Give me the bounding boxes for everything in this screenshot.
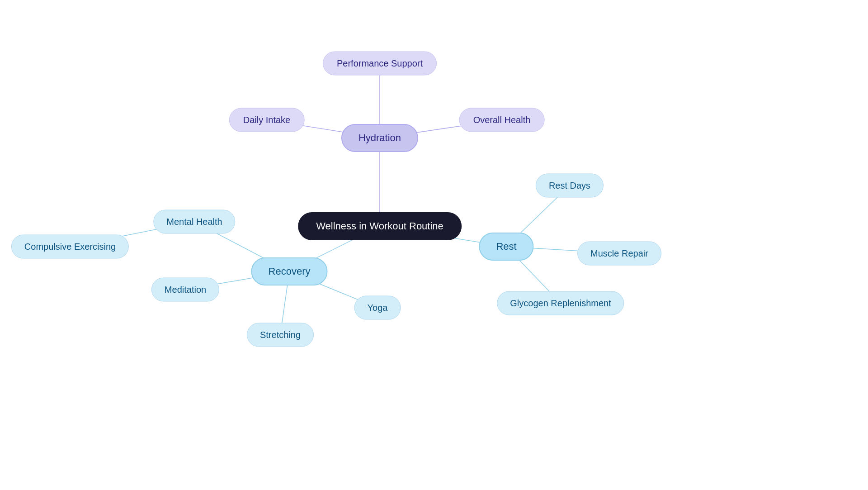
yoga-node: Yoga	[354, 296, 401, 320]
meditation-node: Meditation	[151, 278, 219, 302]
compulsive-exercising-node: Compulsive Exercising	[11, 235, 129, 259]
muscle-repair-node: Muscle Repair	[577, 242, 661, 266]
recovery-node: Recovery	[251, 257, 328, 285]
central-node: Wellness in Workout Routine	[298, 212, 462, 240]
hydration-node: Hydration	[341, 124, 418, 152]
rest-node: Rest	[479, 233, 533, 261]
daily-intake-node: Daily Intake	[229, 108, 305, 132]
mental-health-node: Mental Health	[153, 210, 235, 234]
performance-support-node: Performance Support	[323, 52, 437, 76]
stretching-node: Stretching	[247, 323, 314, 347]
rest-days-node: Rest Days	[536, 174, 604, 198]
glycogen-replenishment-node: Glycogen Replenishment	[497, 291, 624, 315]
overall-health-node: Overall Health	[459, 108, 545, 132]
